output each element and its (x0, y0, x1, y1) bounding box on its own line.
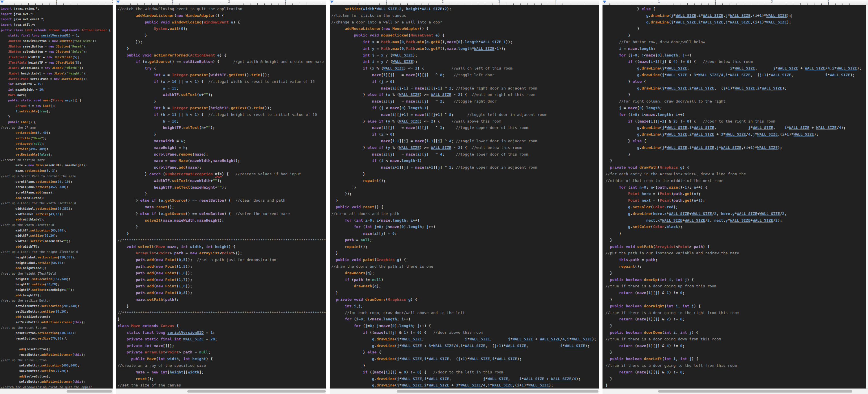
code-token: else (140, 198, 149, 203)
code-token: boolean (626, 330, 642, 335)
code-token: ) (592, 337, 594, 341)
code-token: int (158, 357, 165, 361)
ruler-tick (849, 3, 850, 5)
code-line: h = 10; (118, 118, 326, 125)
code-token: ( (161, 80, 163, 84)
ruler-tick (71, 3, 71, 5)
code-token: 0 (361, 317, 363, 321)
code-token: ( (440, 40, 442, 44)
horizontal-scrollbar-thumb[interactable] (67, 390, 112, 393)
code-line: JFrame f = new Lab3(); (1, 103, 113, 109)
code-token: drawLine (377, 337, 395, 341)
code-token: else (632, 139, 642, 143)
code-token: maze (374, 370, 383, 374)
horizontal-scrollbar-thumb[interactable] (187, 390, 326, 393)
ruler-number: 3 (498, 0, 500, 3)
code-line: add(widthLabel); (1, 217, 113, 222)
code-token: ) (219, 53, 222, 57)
code-token: [ (422, 152, 424, 156)
code-token: maze (374, 330, 383, 335)
code-token: i (402, 317, 404, 321)
indent-marker-icon[interactable] (0, 1, 4, 3)
code-token: ] (657, 291, 660, 295)
horizontal-scrollbar-thumb[interactable] (397, 390, 598, 393)
code-token: WALL_SIZE (730, 20, 750, 24)
code-token: 1 (750, 145, 753, 150)
code-token: ( (361, 244, 363, 249)
code-token: Canvas (161, 324, 174, 328)
code-token: j (662, 73, 664, 77)
code-token: max (392, 47, 399, 51)
ruler-tick (857, 3, 857, 5)
code-token: | (179, 80, 181, 84)
code-token: ) (689, 53, 692, 57)
code-token: < (190, 113, 192, 117)
code-token: null (372, 277, 381, 282)
code-editor[interactable]: setSize(width*WALL_SIZE+2, height*WALL_S… (330, 5, 599, 389)
code-token: ( (381, 26, 383, 31)
indent-marker-icon[interactable] (603, 1, 606, 3)
horizontal-scrollbar[interactable] (116, 389, 326, 394)
code-line: maze[i][j+1] = maze[i][j+1] ^ 8; //toggl… (331, 112, 599, 118)
code-editor[interactable]: import javax.swing.*;import java.awt.*;i… (0, 5, 113, 389)
code-token: drawLine (377, 383, 395, 387)
horizontal-scrollbar[interactable] (330, 389, 599, 394)
code-line: } (331, 362, 599, 369)
code-token: ( (657, 165, 660, 170)
code-token: for (354, 324, 361, 328)
code-line: maze[i][j] = maze[i][j] ^ 8; //toggle le… (331, 72, 599, 79)
code-token: ( (660, 132, 662, 137)
code-token: WALL_SIZE (737, 211, 757, 216)
indent-marker-icon[interactable] (330, 1, 334, 3)
code-line: } else if (y % (WALL_SIZE) >= WALL_SIZE … (331, 145, 599, 151)
vertical-scrollbar-track[interactable] (866, 5, 868, 389)
code-editor[interactable]: } else { g.drawLine(j*WALL_SIZE,i*WALL_S… (602, 5, 866, 389)
comment-token: //**************************************… (118, 310, 326, 315)
code-token: final (21, 34, 30, 37)
code-token: Integer (172, 73, 188, 77)
code-token: ( (386, 297, 388, 302)
horizontal-scrollbar[interactable] (602, 389, 868, 394)
code-token: ] (440, 113, 442, 117)
code-token: 1 (211, 330, 213, 335)
code-token: ( (361, 7, 363, 11)
code-token: WALL_SIZE (685, 218, 705, 222)
code-token: , (490, 337, 492, 341)
code-token: solveButton (19, 364, 39, 367)
code-line: } (606, 349, 866, 356)
code-token: getX (431, 40, 440, 44)
horizontal-scrollbar-thumb[interactable] (658, 390, 852, 393)
code-token: for (619, 53, 626, 57)
code-token: i (649, 370, 651, 374)
ruler-tick (307, 3, 307, 5)
horizontal-scrollbar[interactable] (0, 389, 113, 394)
code-token: ] (460, 40, 463, 44)
code-token: ; (682, 317, 685, 321)
comment-token: //for right column, draw door/wall to th… (619, 99, 725, 103)
code-token: * (463, 343, 465, 348)
code-token: ( (655, 185, 657, 189)
comment-token: //set up the solve Button (1, 358, 46, 362)
code-token: WALL_SIZE (691, 211, 712, 216)
code-token: serialVersionUID (41, 34, 70, 37)
code-token: j (619, 106, 621, 110)
ruler-tick (194, 3, 194, 5)
code-token: ^ (435, 152, 438, 156)
indent-marker-icon[interactable] (116, 1, 120, 3)
code-token: } (336, 291, 338, 295)
code-token: + (424, 343, 427, 348)
code-token: import (1, 23, 12, 26)
code-token: . (374, 383, 377, 387)
code-token: | (179, 113, 181, 117)
code-token: i (698, 13, 701, 18)
code-token: solveIt (145, 218, 161, 222)
code-token: - (501, 40, 503, 44)
code-token: e (145, 59, 147, 64)
code-token: ; (67, 185, 69, 189)
code-editor[interactable]: //catch the windowClosing event to quit … (116, 5, 326, 389)
code-token: . (249, 73, 251, 77)
ruler-tick (208, 3, 208, 5)
code-token: 0 (179, 291, 181, 295)
code-line: int mazeWidth = 15; (1, 82, 113, 87)
code-token: setColor (632, 224, 651, 229)
